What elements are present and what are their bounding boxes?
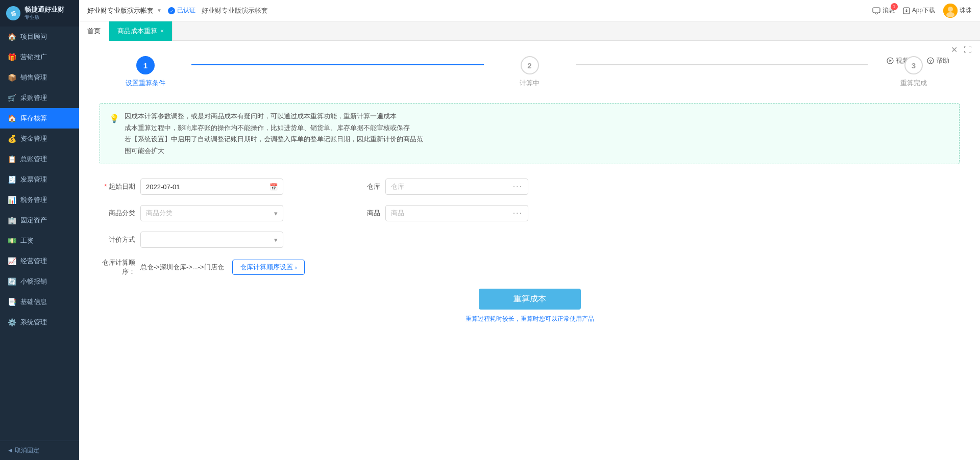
step-1-circle: 1 [136, 56, 155, 74]
svg-point-8 [948, 7, 953, 12]
operations-icon: 📈 [7, 257, 16, 265]
app-download-button[interactable]: App下载 [903, 6, 935, 15]
tab-home-label: 首页 [87, 27, 101, 36]
step-2-number: 2 [527, 61, 531, 70]
sidebar-item-assets[interactable]: 🏢 固定资产 [0, 210, 79, 231]
page-content: ✕ ⛶ 视频 | ? 帮助 1 设置重算条件 [79, 41, 980, 460]
step-3: 3 重算完成 [868, 56, 960, 88]
sidebar-item-tax[interactable]: 📊 税务管理 [0, 190, 79, 210]
product-input[interactable]: 商品 ··· [385, 205, 528, 221]
window-controls: ✕ ⛶ [951, 45, 972, 55]
info-box: 💡 因成本计算参数调整，或是对商品成本有疑问时，可以通过成本重算功能，重新计算一… [100, 103, 960, 164]
expand-window-button[interactable]: ⛶ [964, 45, 972, 55]
svg-point-9 [946, 12, 954, 17]
close-window-button[interactable]: ✕ [951, 45, 958, 55]
pin-toggle-label: ◄ 取消固定 [7, 446, 39, 455]
sidebar-header: 畅 畅捷通好业财 专业版 [0, 0, 79, 27]
step-line-2 [576, 64, 868, 65]
sidebar-item-label: 税务管理 [20, 195, 47, 205]
form-row-3: 计价方式 ▾ [100, 232, 559, 248]
app-download-label: App下载 [912, 6, 935, 15]
sidebar-logo: 畅 [6, 6, 20, 20]
account-chevron-icon: ▼ [157, 8, 162, 13]
tab-recalc[interactable]: 商品成本重算 × [109, 21, 173, 41]
salary-icon: 💵 [7, 237, 16, 245]
inventory-icon: 🏠 [7, 114, 16, 122]
product-more-icon: ··· [513, 209, 523, 218]
tax-icon: 📊 [7, 196, 16, 204]
tab-close-icon[interactable]: × [160, 28, 164, 35]
warehouse-more-icon: ··· [513, 182, 523, 191]
start-date-input[interactable]: 2022-07-01 📅 [140, 178, 283, 195]
sidebar-pin-toggle[interactable]: ◄ 取消固定 [0, 441, 79, 460]
calendar-icon: 📅 [270, 183, 278, 191]
sidebar-item-system[interactable]: ⚙️ 系统管理 [0, 312, 79, 333]
topbar-actions: 消息 1 App下载 珠珠 [872, 4, 972, 18]
pricing-label: 计价方式 [100, 235, 140, 244]
accounting-icon: 📋 [7, 155, 16, 163]
tab-home[interactable]: 首页 [79, 21, 109, 41]
sidebar-item-label: 资金管理 [20, 134, 47, 143]
calc-order-chevron-icon: › [295, 264, 297, 271]
info-text: 因成本计算参数调整，或是对商品成本有疑问时，可以通过成本重算功能，重新计算一遍成… [125, 111, 423, 157]
form-container: 起始日期 2022-07-01 📅 仓库 仓库 ··· 商 [100, 178, 559, 276]
recalc-note: 重算过程耗时较长，重算时您可以正常使用产品 [465, 315, 594, 323]
sidebar-item-label: 固定资产 [20, 216, 47, 225]
sidebar-app-subtitle: 专业版 [24, 14, 64, 21]
step-3-number: 3 [912, 61, 916, 70]
assets-icon: 🏢 [7, 216, 16, 224]
step-3-label: 重算完成 [900, 79, 927, 88]
finance-icon: 💰 [7, 135, 16, 143]
sidebar-item-marketing[interactable]: 🎁 营销推广 [0, 47, 79, 67]
sidebar-item-inventory[interactable]: 🏠 库存核算 [0, 108, 79, 129]
warehouse-placeholder: 仓库 [391, 182, 404, 191]
message-button[interactable]: 消息 1 [872, 6, 895, 15]
pricing-select[interactable]: ▾ [140, 232, 283, 248]
sidebar-item-finance[interactable]: 💰 资金管理 [0, 129, 79, 149]
project-icon: 🏠 [7, 33, 16, 41]
sidebar-item-accounting[interactable]: 📋 总账管理 [0, 149, 79, 169]
account-selector[interactable]: 好业财专业版演示帐套 ▼ [87, 6, 162, 15]
svg-text:✓: ✓ [169, 9, 173, 13]
info-line-1: 因成本计算参数调整，或是对商品成本有疑问时，可以通过成本重算功能，重新计算一遍成… [125, 111, 423, 122]
info-line-4: 围可能会扩大 [125, 145, 423, 157]
sidebar-item-label: 采购管理 [20, 93, 47, 103]
calc-order-settings-button[interactable]: 仓库计算顺序设置 › [232, 260, 305, 275]
step-2-circle: 2 [521, 56, 539, 74]
sidebar-item-basic[interactable]: 📑 基础信息 [0, 292, 79, 312]
form-row-1: 起始日期 2022-07-01 📅 仓库 仓库 ··· [100, 178, 559, 195]
sidebar-item-sales[interactable]: 📦 销售管理 [0, 67, 79, 88]
category-select[interactable]: 商品分类 ▾ [140, 205, 283, 221]
step-1-number: 1 [143, 61, 148, 70]
sidebar-item-label: 发票管理 [20, 175, 47, 184]
step-2-label: 计算中 [520, 79, 540, 88]
calc-order-value: 总仓->深圳仓库->...->门店仓 [140, 263, 224, 272]
recalc-button[interactable]: 重算成本 [479, 289, 581, 310]
sidebar-title-block: 畅捷通好业财 专业版 [24, 6, 64, 21]
svg-text:畅: 畅 [11, 11, 16, 16]
user-avatar-button[interactable]: 珠珠 [943, 4, 972, 18]
calc-order-row: 仓库计算顺序： 总仓->深圳仓库->...->门店仓 仓库计算顺序设置 › [100, 258, 559, 276]
calc-order-btn-label: 仓库计算顺序设置 [240, 263, 293, 272]
svg-rect-4 [873, 8, 880, 13]
product-group: 商品 商品 ··· [345, 205, 559, 221]
marketing-icon: 🎁 [7, 53, 16, 61]
step-line-1 [191, 64, 484, 65]
sidebar-item-label: 小畅报销 [20, 277, 47, 286]
sidebar-item-operations[interactable]: 📈 经营管理 [0, 251, 79, 271]
sidebar-item-project[interactable]: 🏠 项目顾问 [0, 27, 79, 47]
start-date-value: 2022-07-01 [146, 183, 180, 191]
sidebar-item-invoice[interactable]: 🧾 发票管理 [0, 169, 79, 190]
sidebar-item-salary[interactable]: 💵 工资 [0, 231, 79, 251]
verified-badge: ✓ 已认证 [168, 6, 195, 15]
category-label: 商品分类 [100, 209, 140, 218]
start-date-group: 起始日期 2022-07-01 📅 [100, 178, 314, 195]
info-line-2: 成本重算过程中，影响库存账的操作均不能操作，比如进货单、销货单、库存单据不能审核… [125, 122, 423, 134]
sidebar-item-purchase[interactable]: 🛒 采购管理 [0, 88, 79, 108]
sidebar-item-expense[interactable]: 🔄 小畅报销 [0, 271, 79, 292]
sidebar: 畅 畅捷通好业财 专业版 🏠 项目顾问 🎁 营销推广 📦 销售管理 🛒 采购管理… [0, 0, 79, 460]
sidebar-item-label: 系统管理 [20, 318, 47, 327]
warehouse-input[interactable]: 仓库 ··· [385, 178, 528, 195]
recalc-section: 重算成本 重算过程耗时较长，重算时您可以正常使用产品 [100, 289, 960, 323]
account-name: 好业财专业版演示帐套 [87, 6, 154, 15]
